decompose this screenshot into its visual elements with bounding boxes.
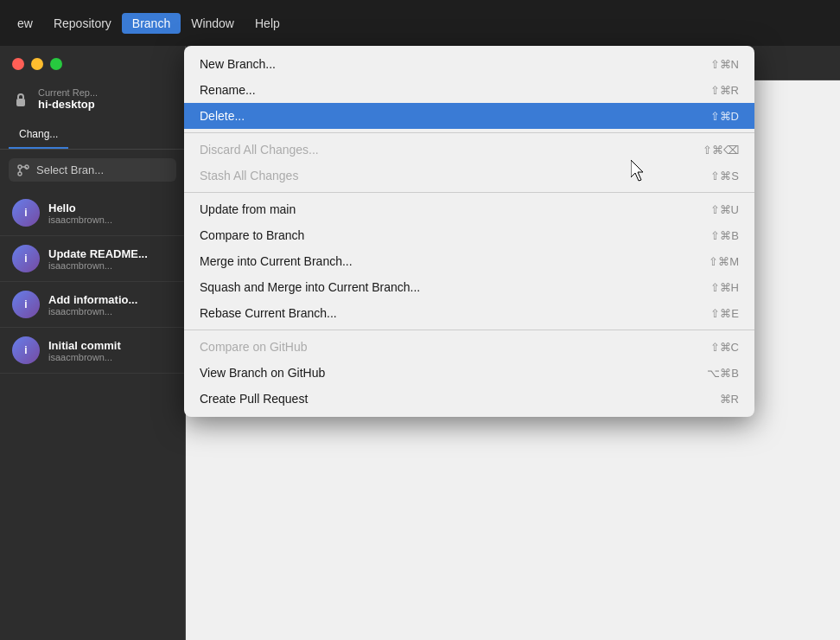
menu-item-label: Squash and Merge into Current Branch... bbox=[200, 280, 420, 294]
menu-item-shortcut: ⇧⌘U bbox=[710, 203, 739, 216]
svg-rect-0 bbox=[16, 99, 25, 106]
menu-item-discard: Discard All Changes... ⇧⌘⌫ bbox=[184, 137, 754, 163]
branch-selector[interactable]: Select Bran... bbox=[9, 158, 176, 182]
menu-item-pull-request[interactable]: Create Pull Request ⌘R bbox=[184, 386, 754, 412]
avatar: i bbox=[12, 199, 40, 227]
menu-item-merge[interactable]: Merge into Current Branch... ⇧⌘M bbox=[184, 248, 754, 274]
commit-title: Hello bbox=[48, 202, 112, 214]
tab-changes[interactable]: Chang... bbox=[9, 121, 68, 149]
close-button[interactable] bbox=[12, 58, 24, 70]
avatar: i bbox=[12, 336, 40, 364]
menu-item-shortcut: ⇧⌘N bbox=[710, 58, 739, 71]
menu-item-ew[interactable]: ew bbox=[7, 13, 43, 34]
traffic-lights bbox=[0, 46, 185, 82]
avatar: i bbox=[12, 245, 40, 272]
list-item[interactable]: i Update README... isaacmbrown... bbox=[0, 236, 185, 282]
commit-title: Add informatio... bbox=[48, 293, 137, 306]
branch-icon bbox=[17, 164, 29, 176]
commit-title: Initial commit bbox=[48, 339, 121, 352]
menu-item-label: Rename... bbox=[200, 83, 256, 97]
commit-author: isaacmbrown... bbox=[48, 214, 112, 225]
list-item[interactable]: i Initial commit isaacmbrown... bbox=[0, 328, 185, 374]
menu-item-rename[interactable]: Rename... ⇧⌘R bbox=[184, 77, 754, 103]
menu-item-shortcut: ⇧⌘E bbox=[710, 307, 739, 320]
commit-author: isaacmbrown... bbox=[48, 352, 121, 362]
commit-text: Update README... isaacmbrown... bbox=[48, 247, 148, 271]
menu-item-shortcut: ⌘R bbox=[720, 393, 739, 406]
menu-item-delete[interactable]: Delete... ⇧⌘D bbox=[184, 103, 754, 129]
list-item[interactable]: i Hello isaacmbrown... bbox=[0, 190, 185, 236]
menu-item-view-github[interactable]: View Branch on GitHub ⌥⌘B bbox=[184, 360, 754, 386]
repo-text: Current Rep... hi-desktop bbox=[38, 87, 98, 111]
svg-point-1 bbox=[18, 165, 22, 169]
avatar: i bbox=[12, 291, 40, 318]
menu-item-label: Merge into Current Branch... bbox=[200, 254, 353, 268]
menu-item-label: Compare to Branch bbox=[200, 228, 304, 242]
menu-item-label: Discard All Changes... bbox=[200, 143, 319, 157]
separator bbox=[184, 330, 754, 330]
lock-icon bbox=[12, 91, 29, 108]
menu-item-shortcut: ⇧⌘M bbox=[709, 255, 739, 268]
menu-item-shortcut: ⇧⌘S bbox=[710, 170, 739, 182]
menu-item-shortcut: ⌥⌘B bbox=[707, 367, 739, 380]
commit-author: isaacmbrown... bbox=[48, 260, 148, 271]
menu-item-new-branch[interactable]: New Branch... ⇧⌘N bbox=[184, 51, 754, 77]
commit-text: Add informatio... isaacmbrown... bbox=[48, 293, 137, 317]
menu-item-stash: Stash All Changes ⇧⌘S bbox=[184, 163, 754, 189]
commit-text: Hello isaacmbrown... bbox=[48, 202, 112, 225]
repo-label: Current Rep... bbox=[38, 87, 98, 98]
commit-author: isaacmbrown... bbox=[48, 306, 137, 317]
menu-item-window[interactable]: Window bbox=[181, 13, 245, 34]
menu-bar: ew Repository Branch Window Help bbox=[0, 0, 840, 46]
commit-list: i Hello isaacmbrown... i Update README..… bbox=[0, 190, 185, 640]
menu-item-label: Compare on GitHub bbox=[200, 340, 308, 354]
branch-selector-label: Select Bran... bbox=[36, 163, 104, 176]
menu-item-label: View Branch on GitHub bbox=[200, 366, 325, 380]
menu-item-shortcut: ⇧⌘R bbox=[710, 84, 739, 97]
menu-item-label: Delete... bbox=[200, 109, 245, 123]
menu-item-branch[interactable]: Branch bbox=[122, 13, 181, 34]
minimize-button[interactable] bbox=[31, 58, 43, 70]
tab-bar: Chang... bbox=[0, 121, 185, 150]
menu-item-compare-github: Compare on GitHub ⇧⌘C bbox=[184, 334, 754, 360]
svg-point-3 bbox=[18, 172, 22, 176]
menu-item-shortcut: ⇧⌘D bbox=[710, 110, 739, 123]
menu-item-shortcut: ⇧⌘C bbox=[710, 341, 739, 354]
menu-item-rebase[interactable]: Rebase Current Branch... ⇧⌘E bbox=[184, 300, 754, 326]
menu-item-label: Stash All Changes bbox=[200, 169, 298, 182]
menu-item-label: New Branch... bbox=[200, 57, 276, 71]
separator bbox=[184, 132, 754, 133]
menu-item-label: Rebase Current Branch... bbox=[200, 306, 337, 320]
menu-item-help[interactable]: Help bbox=[245, 13, 290, 34]
menu-item-shortcut: ⇧⌘⌫ bbox=[703, 144, 739, 157]
repo-info: Current Rep... hi-desktop bbox=[0, 82, 185, 121]
menu-item-label: Update from main bbox=[200, 202, 296, 216]
separator bbox=[184, 192, 754, 193]
sidebar: Current Rep... hi-desktop Chang... Selec… bbox=[0, 46, 186, 640]
menu-item-label: Create Pull Request bbox=[200, 392, 308, 406]
menu-item-compare[interactable]: Compare to Branch ⇧⌘B bbox=[184, 222, 754, 248]
menu-item-squash[interactable]: Squash and Merge into Current Branch... … bbox=[184, 274, 754, 300]
commit-title: Update README... bbox=[48, 247, 148, 260]
menu-item-repository[interactable]: Repository bbox=[43, 13, 122, 34]
list-item[interactable]: i Add informatio... isaacmbrown... bbox=[0, 282, 185, 328]
menu-item-shortcut: ⇧⌘B bbox=[710, 229, 739, 242]
menu-item-shortcut: ⇧⌘H bbox=[710, 281, 739, 294]
branch-dropdown-menu: New Branch... ⇧⌘N Rename... ⇧⌘R Delete..… bbox=[184, 46, 754, 417]
menu-item-update-main[interactable]: Update from main ⇧⌘U bbox=[184, 196, 754, 222]
repo-name: hi-desktop bbox=[38, 98, 98, 111]
commit-text: Initial commit isaacmbrown... bbox=[48, 339, 121, 362]
fullscreen-button[interactable] bbox=[50, 58, 62, 70]
